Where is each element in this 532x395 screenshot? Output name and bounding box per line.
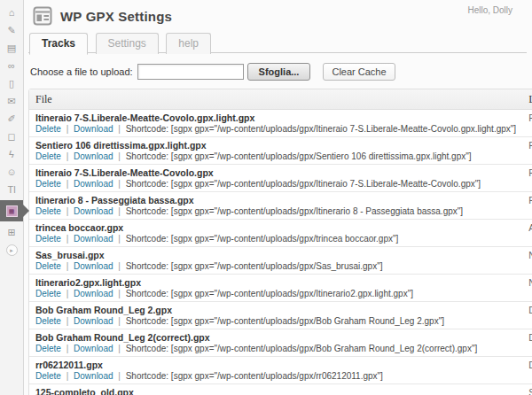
table-row: 125-completo_old.gpx Delete | Download |… bbox=[29, 384, 532, 395]
shortcode-label: Shortcode: bbox=[126, 371, 168, 381]
sidebar-item-users[interactable]: ☺ bbox=[0, 163, 23, 181]
sidebar-item-media[interactable]: ▤ bbox=[0, 39, 23, 57]
wp-admin-screen: ⌂✎▤∞▯✉✐◻ϟ☺Tl▦⊞▸ Hello, Dolly WP GPX Sett… bbox=[0, 0, 532, 395]
separator: | bbox=[116, 179, 123, 189]
shortcode-value: [sgpx gpx="/wp-content/uploads/gpx/Itine… bbox=[171, 179, 481, 189]
separator: | bbox=[116, 289, 123, 298]
track-actions: Delete | Download | Shortcode: [sgpx gpx… bbox=[35, 179, 516, 190]
sidebar-item-settings[interactable]: ⊞ bbox=[0, 223, 23, 241]
download-link[interactable]: Download bbox=[74, 124, 113, 134]
sidebar-item-posts[interactable]: ✎ bbox=[0, 21, 23, 39]
separator: | bbox=[116, 151, 123, 161]
page-header: WP GPX Settings bbox=[24, 0, 532, 30]
download-link[interactable]: Download bbox=[74, 261, 113, 271]
table-row: Bob Graham Round_Leg 2.gpx Delete | Down… bbox=[29, 302, 532, 329]
track-actions: Delete | Download | Shortcode: [sgpx gpx… bbox=[35, 261, 516, 272]
sidebar-item-pages[interactable]: ▯ bbox=[0, 74, 23, 92]
track-filename: Itineraio 7-S.Liberale-Meatte-Covolo.gpx bbox=[35, 167, 516, 178]
separator: | bbox=[116, 316, 123, 326]
separator: | bbox=[116, 371, 123, 381]
wp-gpx-plugin-icon bbox=[33, 6, 52, 26]
admin-sidebar: ⌂✎▤∞▯✉✐◻ϟ☺Tl▦⊞▸ bbox=[0, 0, 24, 395]
last-modified-cell: August 17 2011 14:10:48. bbox=[522, 220, 532, 247]
separator: | bbox=[64, 151, 71, 161]
shortcode-label: Shortcode: bbox=[126, 124, 168, 134]
download-link[interactable]: Download bbox=[74, 344, 113, 353]
last-modified-cell: December 26 2011 07:38:51. bbox=[522, 329, 532, 357]
last-modified-cell: February 07 2011 20:36:03. bbox=[522, 110, 532, 137]
browse-button[interactable]: Sfoglia... bbox=[247, 63, 311, 81]
table-row: Itineraio 7-S.Liberale-Meatte-Covolo.gpx… bbox=[29, 110, 532, 137]
track-actions: Delete | Download | Shortcode: [sgpx gpx… bbox=[35, 206, 516, 217]
wp-gpx-icon: ▦ bbox=[6, 205, 18, 217]
tab-tracks[interactable]: Tracks bbox=[29, 33, 88, 55]
sidebar-item-comments[interactable]: ✉ bbox=[0, 92, 23, 110]
tab-settings[interactable]: Settings bbox=[96, 33, 159, 54]
download-link[interactable]: Download bbox=[74, 234, 113, 244]
last-modified-cell: February 07 2011 21:31:35. bbox=[522, 137, 532, 165]
separator: | bbox=[64, 234, 71, 244]
shortcode-value: [sgpx gpx="/wp-content/uploads/gpx/rr062… bbox=[171, 371, 383, 381]
shortcode-label: Shortcode: bbox=[126, 261, 168, 271]
tab-help[interactable]: help bbox=[166, 33, 211, 54]
shortcode-label: Shortcode: bbox=[126, 151, 168, 161]
delete-link[interactable]: Delete bbox=[35, 124, 61, 134]
sidebar-item-wp-gpx[interactable]: ▦ bbox=[0, 200, 23, 221]
separator: | bbox=[64, 344, 71, 353]
separator: | bbox=[64, 124, 71, 134]
separator: | bbox=[116, 261, 123, 271]
separator: | bbox=[116, 234, 123, 244]
users-icon: ☺ bbox=[6, 167, 16, 177]
download-link[interactable]: Download bbox=[74, 206, 113, 216]
separator: | bbox=[116, 124, 123, 134]
sidebar-item-links[interactable]: ∞ bbox=[0, 57, 23, 74]
sidebar-item-dashboard[interactable]: ⌂ bbox=[0, 4, 23, 21]
delete-link[interactable]: Delete bbox=[35, 316, 61, 326]
upload-label: Choose a file to upload: bbox=[30, 66, 133, 77]
track-actions: Delete | Download | Shortcode: [sgpx gpx… bbox=[35, 151, 516, 162]
delete-link[interactable]: Delete bbox=[35, 179, 61, 189]
download-link[interactable]: Download bbox=[74, 316, 113, 326]
tracks-table: File Last modified File size (Byte) Itin… bbox=[28, 89, 532, 395]
sidebar-item-collapse-menu[interactable]: ▸ bbox=[0, 241, 23, 259]
shortcode-value: [sgpx gpx="/wp-content/uploads/gpx/Sas_b… bbox=[171, 261, 383, 271]
sidebar-item-plugins[interactable]: ϟ bbox=[0, 145, 23, 163]
sidebar-item-tools[interactable]: Tl bbox=[0, 181, 23, 198]
delete-link[interactable]: Delete bbox=[35, 344, 61, 353]
file-upload-input[interactable] bbox=[137, 64, 244, 80]
shortcode-label: Shortcode: bbox=[126, 206, 168, 216]
collapse-menu-icon: ▸ bbox=[6, 244, 18, 256]
download-link[interactable]: Download bbox=[74, 289, 113, 298]
track-filename: rr06212011.gpx bbox=[35, 360, 516, 370]
shortcode-value: [sgpx gpx="/wp-content/uploads/gpx/Itine… bbox=[171, 289, 413, 298]
delete-link[interactable]: Delete bbox=[35, 371, 61, 381]
separator: | bbox=[64, 261, 71, 271]
track-filename: 125-completo_old.gpx bbox=[35, 387, 516, 395]
download-link[interactable]: Download bbox=[74, 371, 113, 381]
delete-link[interactable]: Delete bbox=[35, 206, 61, 216]
clear-cache-button[interactable]: Clear Cache bbox=[323, 63, 395, 81]
track-filename: Itineraio 7-S.Liberale-Meatte-Covolo.gpx… bbox=[35, 112, 516, 123]
track-filename: Itinerario 8 - Passeggiata bassa.gpx bbox=[35, 195, 516, 205]
track-actions: Delete | Download | Shortcode: [sgpx gpx… bbox=[35, 371, 516, 382]
page-title: WP GPX Settings bbox=[60, 9, 172, 24]
comments-icon: ✉ bbox=[7, 97, 15, 106]
delete-link[interactable]: Delete bbox=[35, 289, 61, 298]
sidebar-item-widgets[interactable]: ◻ bbox=[0, 128, 23, 145]
download-link[interactable]: Download bbox=[74, 151, 113, 161]
last-modified-cell: November 28 2010 17:38:10. bbox=[522, 275, 532, 302]
separator: | bbox=[64, 371, 71, 381]
separator: | bbox=[64, 316, 71, 326]
table-row: Itinerario 8 - Passeggiata bassa.gpx Del… bbox=[29, 192, 532, 220]
sidebar-item-appearance[interactable]: ✐ bbox=[0, 110, 23, 128]
track-actions: Delete | Download | Shortcode: [sgpx gpx… bbox=[35, 234, 516, 244]
delete-link[interactable]: Delete bbox=[35, 261, 61, 271]
file-upload-control: Sfoglia... bbox=[137, 63, 311, 81]
delete-link[interactable]: Delete bbox=[35, 151, 61, 161]
download-link[interactable]: Download bbox=[74, 179, 113, 189]
separator: | bbox=[116, 344, 123, 353]
track-filename: Sas_brusai.gpx bbox=[35, 250, 516, 260]
shortcode-label: Shortcode: bbox=[126, 179, 168, 189]
delete-link[interactable]: Delete bbox=[35, 234, 61, 244]
shortcode-value: [sgpx gpx="/wp-content/uploads/gpx/Itine… bbox=[171, 206, 463, 216]
